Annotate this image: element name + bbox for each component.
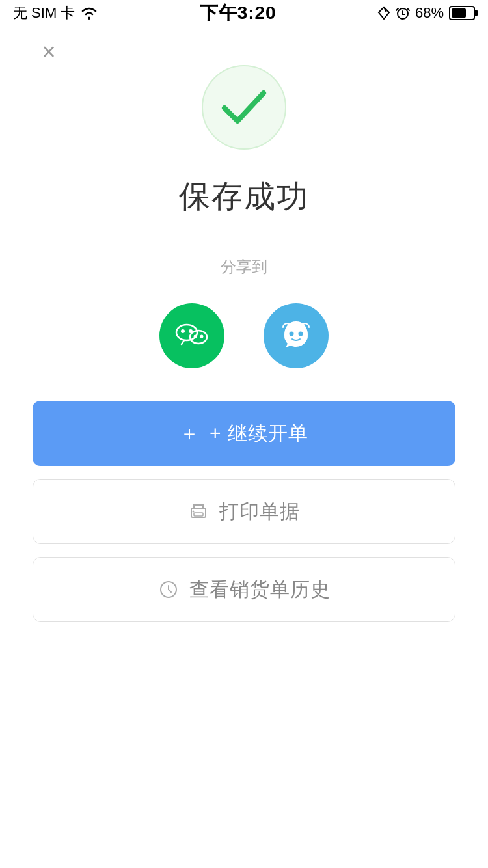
status-right: 68% — [377, 5, 475, 21]
print-button[interactable]: 打印单据 — [33, 479, 455, 544]
history-label: 查看销货单历史 — [189, 576, 331, 603]
svg-point-4 — [181, 329, 185, 333]
wechat-icon — [172, 316, 211, 355]
svg-point-9 — [299, 332, 303, 336]
svg-point-14 — [193, 511, 195, 513]
svg-point-3 — [190, 331, 207, 344]
svg-point-8 — [290, 332, 294, 336]
qq-icon — [277, 316, 316, 355]
wechat-share-button[interactable] — [159, 303, 224, 368]
main-content: 保存成功 分享到 — [0, 26, 488, 622]
print-icon — [188, 501, 209, 522]
success-circle — [202, 65, 286, 150]
svg-point-10 — [284, 333, 290, 341]
continue-button[interactable]: ＋ + 继续开单 — [33, 401, 455, 466]
print-label: 打印单据 — [219, 498, 300, 525]
continue-label: + 继续开单 — [210, 420, 308, 447]
qq-share-button[interactable] — [264, 303, 329, 368]
svg-point-0 — [88, 17, 90, 20]
battery-percent: 68% — [415, 5, 444, 21]
battery-indicator — [449, 6, 475, 20]
svg-rect-13 — [194, 513, 203, 516]
svg-point-6 — [194, 335, 197, 338]
location-icon — [377, 6, 390, 20]
no-sim-text: 无 SIM 卡 — [13, 3, 75, 23]
divider-left — [33, 267, 208, 267]
svg-point-2 — [176, 325, 197, 340]
svg-point-5 — [189, 329, 193, 333]
alarm-icon — [396, 6, 410, 20]
action-buttons: ＋ + 继续开单 打印单据 查看销货单历史 — [0, 401, 488, 622]
history-button[interactable]: 查看销货单历史 — [33, 557, 455, 622]
status-bar: 无 SIM 卡 下午3:20 68% — [0, 0, 488, 26]
close-button[interactable]: × — [33, 36, 65, 68]
status-left: 无 SIM 卡 — [13, 3, 98, 23]
share-divider: 分享到 — [0, 256, 488, 277]
share-icons — [159, 303, 329, 368]
plus-icon: ＋ — [180, 420, 199, 447]
close-icon: × — [42, 40, 55, 64]
wifi-icon — [80, 6, 98, 20]
svg-point-7 — [200, 335, 204, 338]
share-label: 分享到 — [208, 256, 280, 277]
share-section: 分享到 — [0, 256, 488, 368]
success-title: 保存成功 — [179, 176, 309, 217]
history-icon — [158, 579, 179, 600]
divider-right — [280, 267, 455, 267]
status-time: 下午3:20 — [200, 1, 277, 25]
checkmark-icon — [221, 90, 267, 126]
svg-point-11 — [303, 333, 308, 341]
